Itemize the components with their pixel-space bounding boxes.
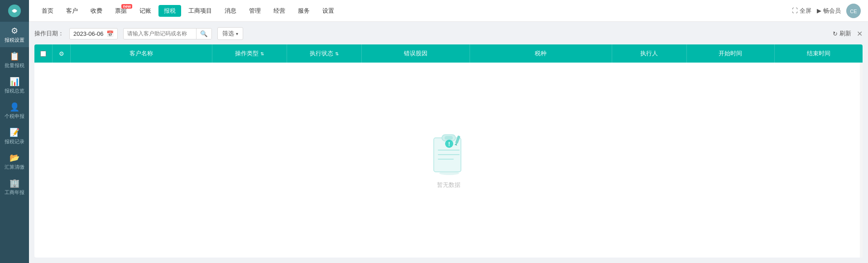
calendar-icon: 📅 bbox=[106, 30, 114, 37]
vip-icon: ▶ bbox=[817, 7, 821, 14]
sidebar-item-piliangbaoshui-label: 批量报税 bbox=[5, 63, 24, 68]
content-area: 操作日期： 2023-06-06 📅 🔍 筛选 ▾ ↻ 刷新 ✕ bbox=[29, 22, 868, 263]
settings-icon: ⚙ bbox=[11, 26, 18, 36]
sidebar-item-huisuanjiaona[interactable]: 📂 汇算清缴 bbox=[0, 149, 29, 174]
nav-shoufei[interactable]: 收费 bbox=[85, 5, 108, 17]
th-start-time: 开始时间 bbox=[687, 44, 775, 63]
overview-icon: 📊 bbox=[10, 77, 19, 87]
avatar[interactable]: CE bbox=[846, 4, 861, 18]
toolbar: 操作日期： 2023-06-06 📅 🔍 筛选 ▾ ↻ 刷新 ✕ bbox=[34, 27, 863, 40]
th-gear[interactable]: ⚙ bbox=[53, 44, 71, 63]
vip-label: 畅会员 bbox=[823, 7, 841, 15]
select-all-checkbox[interactable] bbox=[40, 51, 46, 57]
svg-rect-6 bbox=[445, 136, 453, 140]
svg-text:CE: CE bbox=[850, 9, 857, 14]
date-picker[interactable]: 2023-06-06 📅 bbox=[69, 28, 118, 39]
sidebar: ⚙ 报税设置 📋 批量报税 📊 报税总览 👤 个税申报 📝 报税记录 📂 汇算清… bbox=[0, 0, 29, 263]
nav-shezhi[interactable]: 设置 bbox=[317, 5, 340, 17]
table-wrap: ⚙ 客户名称 操作类型 ⇅ 执行状态 ⇅ 错误股因 税种 bbox=[34, 44, 863, 258]
sidebar-item-baoshuizonglan[interactable]: 📊 报税总览 bbox=[0, 73, 29, 98]
person-tax-icon: 👤 bbox=[10, 102, 19, 112]
search-wrap: 🔍 bbox=[123, 28, 212, 39]
topnav-right: ⛶ 全屏 ▶ 畅会员 CE bbox=[792, 4, 861, 18]
main-content: 首页 客户 收费 票据 new 记账 报税 工商项目 消息 管理 经营 服务 设… bbox=[29, 0, 868, 263]
fullscreen-label: 全屏 bbox=[800, 7, 811, 15]
sidebar-item-baoshuizonglan-label: 报税总览 bbox=[5, 88, 24, 94]
annual-report-icon: 🏢 bbox=[10, 178, 19, 188]
fullscreen-button[interactable]: ⛶ 全屏 bbox=[792, 7, 811, 15]
nav-xiaoxi[interactable]: 消息 bbox=[219, 5, 242, 17]
batch-tax-icon: 📋 bbox=[10, 51, 19, 61]
empty-state: ! 暂无数据 bbox=[428, 131, 469, 189]
filter-label: 筛选 bbox=[222, 29, 234, 38]
search-button[interactable]: 🔍 bbox=[196, 29, 211, 39]
nav-jingying[interactable]: 经营 bbox=[268, 5, 291, 17]
table-header: ⚙ 客户名称 操作类型 ⇅ 执行状态 ⇅ 错误股因 税种 bbox=[34, 44, 863, 63]
topnav: 首页 客户 收费 票据 new 记账 报税 工商项目 消息 管理 经营 服务 设… bbox=[29, 0, 868, 22]
th-execution-status[interactable]: 执行状态 ⇅ bbox=[287, 44, 362, 63]
nav-jizhang[interactable]: 记账 bbox=[134, 5, 157, 17]
vip-button[interactable]: ▶ 畅会员 bbox=[817, 7, 841, 15]
sidebar-item-geshuishenbao-label: 个税申报 bbox=[5, 113, 24, 119]
records-icon: 📝 bbox=[10, 127, 19, 137]
sidebar-item-geshuishenbao[interactable]: 👤 个税申报 bbox=[0, 98, 29, 123]
sidebar-item-huisuanjiaona-label: 汇算清缴 bbox=[5, 164, 24, 170]
refresh-label: 刷新 bbox=[839, 29, 851, 38]
svg-point-1 bbox=[13, 10, 16, 12]
th-operation-type[interactable]: 操作类型 ⇅ bbox=[212, 44, 287, 63]
table-body: ! 暂无数据 bbox=[34, 63, 863, 258]
settlement-icon: 📂 bbox=[10, 153, 19, 163]
fullscreen-icon: ⛶ bbox=[792, 7, 798, 14]
nav-kehu[interactable]: 客户 bbox=[61, 5, 83, 17]
filter-button[interactable]: 筛选 ▾ bbox=[217, 27, 243, 40]
sidebar-item-baoshuishezhi-label: 报税设置 bbox=[5, 37, 24, 43]
th-executor: 执行人 bbox=[612, 44, 687, 63]
refresh-icon: ↻ bbox=[833, 30, 838, 37]
th-error-reason: 错误股因 bbox=[362, 44, 470, 63]
nav-gongshangxiangmu[interactable]: 工商项目 bbox=[183, 5, 217, 17]
chevron-down-icon: ▾ bbox=[236, 31, 238, 36]
svg-point-14 bbox=[439, 171, 459, 175]
close-button[interactable]: ✕ bbox=[857, 29, 863, 38]
nav-fuwu[interactable]: 服务 bbox=[293, 5, 315, 17]
date-label: 操作日期： bbox=[34, 29, 64, 38]
sort-icon-status: ⇅ bbox=[335, 51, 339, 56]
th-end-time: 结束时间 bbox=[775, 44, 863, 63]
sidebar-item-baoshuishezhi[interactable]: ⚙ 报税设置 bbox=[0, 22, 29, 47]
piao-badge: new bbox=[121, 4, 132, 9]
refresh-button[interactable]: ↻ 刷新 bbox=[833, 29, 851, 38]
sidebar-item-baoshuijilu[interactable]: 📝 报税记录 bbox=[0, 123, 29, 149]
sidebar-item-gongshangnianba[interactable]: 🏢 工商年报 bbox=[0, 174, 29, 200]
nav-piao[interactable]: 票据 new bbox=[110, 5, 132, 17]
toolbar-right: ↻ 刷新 ✕ bbox=[833, 29, 863, 38]
sort-icon-type: ⇅ bbox=[260, 51, 264, 56]
sidebar-item-gongshangnianba-label: 工商年报 bbox=[5, 190, 24, 195]
empty-illustration-svg: ! bbox=[428, 131, 469, 176]
search-input[interactable] bbox=[124, 29, 196, 39]
gear-icon: ⚙ bbox=[59, 50, 64, 57]
svg-text:!: ! bbox=[448, 141, 450, 147]
th-checkbox[interactable] bbox=[34, 44, 53, 63]
nav-baoshui[interactable]: 报税 bbox=[158, 5, 181, 17]
nav-shouye[interactable]: 首页 bbox=[36, 5, 59, 17]
sidebar-item-baoshuijilu-label: 报税记录 bbox=[5, 139, 24, 145]
scrollbar[interactable] bbox=[860, 63, 863, 258]
nav-guanli[interactable]: 管理 bbox=[244, 5, 266, 17]
empty-text: 暂无数据 bbox=[437, 181, 460, 189]
th-tax-type: 税种 bbox=[470, 44, 612, 63]
sidebar-logo bbox=[0, 0, 29, 22]
th-client-name: 客户名称 bbox=[71, 44, 212, 63]
sidebar-item-piliangbaoshui[interactable]: 📋 批量报税 bbox=[0, 47, 29, 73]
date-value: 2023-06-06 bbox=[73, 30, 104, 37]
